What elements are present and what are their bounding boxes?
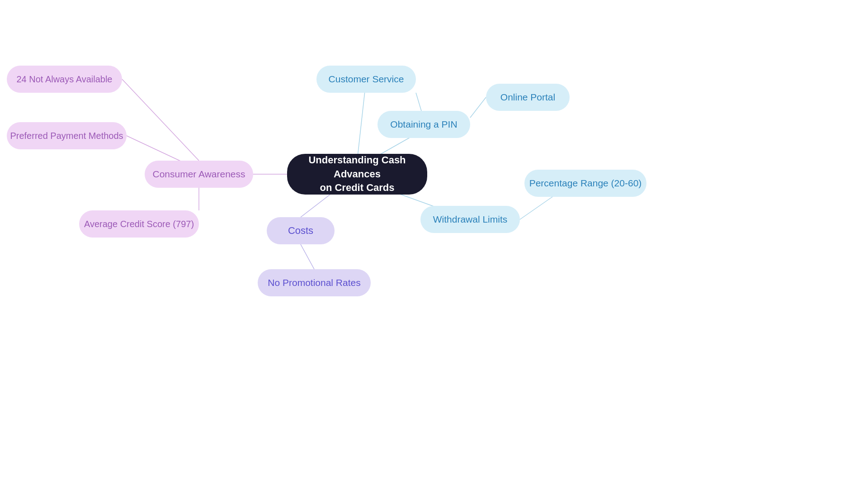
center-node[interactable]: Understanding Cash Advanceson Credit Car… (287, 154, 427, 195)
withdrawal-limits-node[interactable]: Withdrawal Limits (420, 206, 520, 233)
online-portal-node[interactable]: Online Portal (486, 84, 570, 111)
not-always-available-label: 24 Not Always Available (17, 74, 113, 85)
not-always-available-node[interactable]: 24 Not Always Available (7, 66, 122, 93)
preferred-payment-node[interactable]: Preferred Payment Methods (7, 122, 127, 149)
svg-line-1 (122, 79, 199, 161)
svg-line-11 (301, 244, 314, 269)
no-promotional-rates-label: No Promotional Rates (268, 277, 360, 288)
percentage-range-node[interactable]: Percentage Range (20-60) (524, 170, 646, 197)
percentage-range-label: Percentage Range (20-60) (529, 178, 642, 189)
no-promotional-rates-node[interactable]: No Promotional Rates (258, 269, 371, 296)
obtaining-pin-node[interactable]: Obtaining a PIN (377, 111, 470, 138)
svg-line-6 (470, 97, 486, 118)
preferred-payment-label: Preferred Payment Methods (10, 131, 123, 141)
svg-line-10 (301, 195, 330, 217)
consumer-awareness-label: Consumer Awareness (152, 169, 245, 180)
withdrawal-limits-label: Withdrawal Limits (433, 214, 508, 225)
customer-service-node[interactable]: Customer Service (316, 66, 416, 93)
center-label: Understanding Cash Advanceson Credit Car… (287, 153, 427, 195)
costs-node[interactable]: Costs (267, 217, 335, 244)
obtaining-pin-label: Obtaining a PIN (390, 119, 457, 130)
avg-credit-score-label: Average Credit Score (797) (84, 219, 194, 229)
costs-label: Costs (288, 225, 313, 237)
customer-service-label: Customer Service (329, 74, 404, 85)
avg-credit-score-node[interactable]: Average Credit Score (797) (79, 210, 199, 238)
online-portal-label: Online Portal (500, 92, 555, 103)
consumer-awareness-node[interactable]: Consumer Awareness (145, 161, 253, 188)
